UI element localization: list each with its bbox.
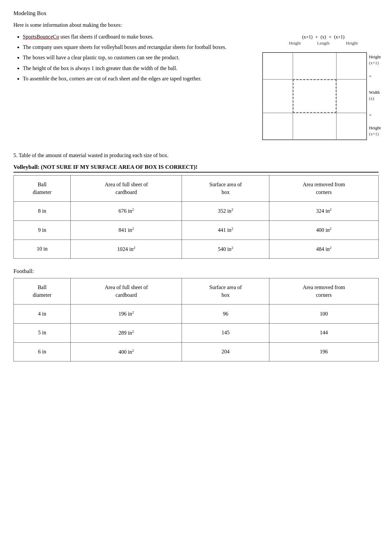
cell-r2c2-center (293, 79, 336, 113)
cell-surface-area: 352 in2 (182, 202, 269, 221)
sub-height-right: Height (338, 41, 365, 46)
cell-diameter: 8 in (14, 202, 71, 221)
bullet-text-2: The company uses square sheets for volle… (23, 44, 226, 50)
label-plus-2: + (329, 35, 331, 40)
volleyball-header-row: Balldiameter Area of full sheet ofcardbo… (14, 176, 379, 202)
col-header-removed-f: Area removed fromcorners (269, 278, 379, 305)
label-x1-left: (x+1) (302, 35, 313, 40)
col-header-ball-diameter-f: Balldiameter (14, 278, 71, 305)
col-header-surface-area-f: Surface area ofbox (182, 278, 269, 305)
cell-full-area: 1024 in2 (71, 240, 182, 259)
diagram-right-labels: Height (x+1) + Width (x) + Height (369, 47, 381, 145)
rl-height-2: Height (369, 125, 381, 131)
diagram-sublabels: Height Length Height (278, 41, 365, 46)
rl-plus-2: + (369, 113, 371, 118)
bullet-text-4: The height of the box is always 1 inch g… (23, 65, 177, 71)
rl-plus-1: + (369, 74, 371, 79)
rl-group-3: Height (x+1) (369, 118, 381, 145)
football-table: Balldiameter Area of full sheet ofcardbo… (13, 278, 379, 361)
cell-diameter: 9 in (14, 220, 71, 240)
diagram-top-labels: (x+1) + (x) + (x+1) (298, 35, 346, 40)
bullet-text-5: To assemble the box, corners are cut of … (23, 76, 201, 81)
label-plus-1: + (315, 35, 318, 40)
page-title: Modeling Box (13, 10, 379, 17)
bullet-text-3: The boxes will have a clear plastic top,… (23, 55, 180, 60)
cell-surface-area: 441 in2 (182, 220, 269, 240)
table-row: 9 in 841 in2 441 in2 400 in2 (14, 220, 379, 240)
diagram-container: (x+1) + (x) + (x+1) Height Length Height (265, 35, 379, 145)
rl-group-1: Height (x+1) (369, 47, 381, 74)
cell-full-area: 196 in2 (71, 305, 182, 324)
cell-removed: 400 in2 (269, 220, 379, 240)
table-row: 6 in 400 in2 204 196 (14, 342, 379, 361)
cell-removed: 484 in2 (269, 240, 379, 259)
rl-group-plus-1: + (369, 74, 381, 79)
rl-sub-1: (x+1) (369, 60, 379, 66)
table-row: 10 in 1024 in2 540 in2 484 in2 (14, 240, 379, 259)
list-item: The company uses square sheets for volle… (23, 43, 258, 51)
rl-group-plus-2: + (369, 113, 381, 118)
cell-surface-area: 540 in2 (182, 240, 269, 259)
sub-height-left: Height (281, 41, 308, 46)
cell-diameter: 10 in (14, 240, 71, 259)
cell-removed: 196 (269, 342, 379, 361)
cell-r3c1 (263, 113, 293, 140)
rl-group-2: Width (x) (369, 79, 381, 113)
cell-removed: 144 (269, 323, 379, 342)
table-row: 4 in 196 in2 96 100 (14, 305, 379, 324)
cell-r3c2 (293, 113, 336, 140)
intro-text: Here is some information about making th… (13, 22, 379, 28)
list-item: The boxes will have a clear plastic top,… (23, 54, 258, 61)
diagram-area: (x+1) + (x) + (x+1) Height Length Height (265, 33, 379, 145)
cell-r2c3 (336, 79, 367, 113)
rl-height-1: Height (369, 54, 381, 60)
diagram-grid-wrapper: Height (x+1) + Width (x) + Height (262, 47, 381, 145)
cell-surface-area: 96 (182, 305, 269, 324)
cell-full-area: 841 in2 (71, 220, 182, 240)
cell-diameter: 5 in (14, 323, 71, 342)
label-x: (x) (321, 35, 326, 40)
rl-sub-2: (x) (369, 96, 374, 101)
football-header-row: Balldiameter Area of full sheet ofcardbo… (14, 278, 379, 305)
cell-removed: 324 in2 (269, 202, 379, 221)
table-section-label: 5. Table of the amount of material waste… (13, 152, 379, 159)
volleyball-table: Balldiameter Area of full sheet ofcardbo… (13, 175, 379, 259)
cell-full-area: 676 in2 (71, 202, 182, 221)
cell-r1c3 (336, 53, 367, 79)
col-header-ball-diameter-v: Balldiameter (14, 176, 71, 202)
col-header-surface-area-v: Surface area ofbox (182, 176, 269, 202)
cell-removed: 100 (269, 305, 379, 324)
cell-diameter: 6 in (14, 342, 71, 361)
bullet-list: SportsBounceCo uses flat sheets if cardb… (13, 33, 258, 145)
cell-full-area: 289 in2 (71, 323, 182, 342)
cell-surface-area: 204 (182, 342, 269, 361)
cell-r1c2 (293, 53, 336, 79)
col-header-full-area-v: Area of full sheet ofcardboard (71, 176, 182, 202)
cell-full-area: 400 in2 (71, 342, 182, 361)
rl-width: Width (369, 90, 380, 95)
brand-name: SportsBounceCo (23, 34, 59, 40)
cell-r3c3 (336, 113, 367, 140)
list-item: SportsBounceCo uses flat sheets if cardb… (23, 33, 258, 41)
rl-sub-3: (x+1) (369, 131, 379, 137)
content-area: SportsBounceCo uses flat sheets if cardb… (13, 33, 379, 145)
list-item: To assemble the box, corners are cut of … (23, 75, 258, 82)
volleyball-section-header: Volleyball: (NOT SURE IF MY SURFACE AREA… (13, 164, 379, 173)
sub-length: Length (308, 41, 338, 46)
table-row: 5 in 289 in2 145 144 (14, 323, 379, 342)
list-item: The height of the box is always 1 inch g… (23, 64, 258, 72)
football-section-label: Football: (13, 268, 379, 275)
label-x1-right: (x+1) (334, 35, 344, 40)
cell-surface-area: 145 (182, 323, 269, 342)
bullet-text-1: uses flat sheets if cardboard to make bo… (60, 34, 153, 40)
cell-r1c1 (263, 53, 293, 79)
table-row: 8 in 676 in2 352 in2 324 in2 (14, 202, 379, 221)
diagram-grid (262, 52, 367, 140)
cell-diameter: 4 in (14, 305, 71, 324)
col-header-removed-v: Area removed fromcorners (269, 176, 379, 202)
col-header-full-area-f: Area of full sheet ofcardboard (71, 278, 182, 305)
cell-r2c1 (263, 79, 293, 113)
